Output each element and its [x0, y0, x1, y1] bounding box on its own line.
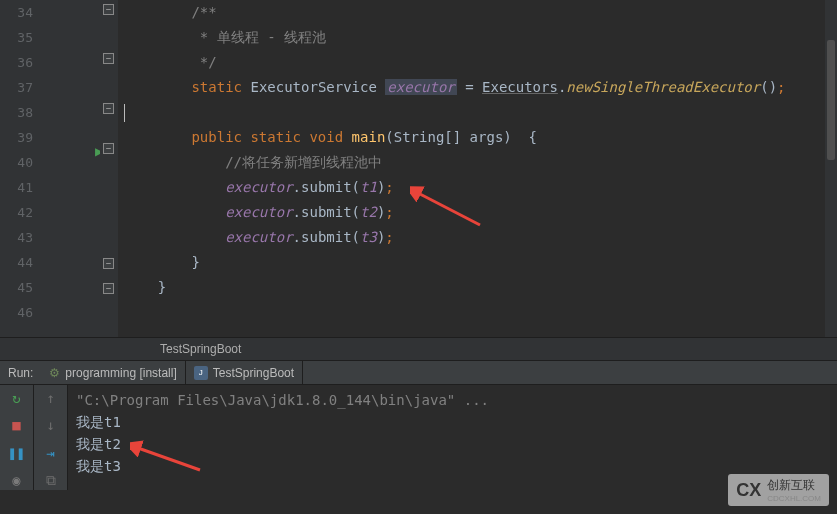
fold-marker-icon[interactable]: −	[103, 283, 114, 294]
fold-marker-icon[interactable]: −	[103, 4, 114, 15]
line-number: 42	[0, 200, 33, 225]
vertical-scrollbar[interactable]	[825, 0, 837, 337]
fold-marker-icon[interactable]: −	[103, 53, 114, 64]
code-line[interactable]: */	[124, 50, 837, 75]
line-number: 35	[0, 25, 33, 50]
pause-icon[interactable]: ❚❚	[6, 443, 28, 463]
line-number: 44	[0, 250, 33, 275]
breadcrumb-item[interactable]: TestSpringBoot	[160, 342, 241, 356]
scrollbar-thumb[interactable]	[827, 40, 835, 160]
code-line[interactable]: /**	[124, 0, 837, 25]
code-line[interactable]	[124, 100, 837, 125]
line-number: 45	[0, 275, 33, 300]
run-tool-header: Run: ⚙ programming [install] J TestSprin…	[0, 360, 837, 385]
editor-area: 34353637383940414243444546 ▶ −−−−−− /** …	[0, 0, 837, 337]
fold-marker-icon[interactable]: −	[103, 258, 114, 269]
code-editor[interactable]: /** * 单线程 - 线程池 */ static ExecutorServic…	[118, 0, 837, 337]
console-line: 我是t1	[76, 411, 829, 433]
code-line[interactable]: //将任务新增到线程池中	[124, 150, 837, 175]
stop-icon[interactable]: ■	[6, 416, 28, 436]
fold-column: −−−−−−	[100, 0, 118, 337]
watermark: CX 创新互联 CDCXHL.COM	[728, 474, 829, 506]
run-tab-label: programming [install]	[65, 366, 176, 380]
code-line[interactable]: * 单线程 - 线程池	[124, 25, 837, 50]
console-command: "C:\Program Files\Java\jdk1.8.0_144\bin\…	[76, 389, 829, 411]
console-line: 我是t3	[76, 455, 829, 477]
file-icon: J	[194, 366, 208, 380]
line-number: 41	[0, 175, 33, 200]
down-icon[interactable]: ↓	[40, 416, 62, 436]
code-line[interactable]	[124, 300, 837, 325]
rerun-icon[interactable]: ↻	[6, 388, 28, 408]
line-number-gutter: 34353637383940414243444546	[0, 0, 45, 337]
fold-marker-icon[interactable]: −	[103, 103, 114, 114]
line-number: 34	[0, 0, 33, 25]
layout-icon[interactable]: ⧉	[40, 471, 62, 491]
console-line: 我是t2	[76, 433, 829, 455]
fold-marker-icon[interactable]: −	[103, 143, 114, 154]
code-line[interactable]: }	[124, 275, 837, 300]
code-line[interactable]: executor.submit(t1);	[124, 175, 837, 200]
gutter-icons: ▶	[45, 0, 100, 337]
wrap-icon[interactable]: ⇥	[40, 443, 62, 463]
code-line[interactable]: public static void main(String[] args) {	[124, 125, 837, 150]
line-number: 39	[0, 125, 33, 150]
console-output[interactable]: "C:\Program Files\Java\jdk1.8.0_144\bin\…	[68, 385, 837, 490]
up-icon[interactable]: ↑	[40, 388, 62, 408]
console-area: ↻■❚❚◉ ↑↓⇥⧉ "C:\Program Files\Java\jdk1.8…	[0, 385, 837, 490]
breadcrumb-bar: TestSpringBoot	[0, 337, 837, 360]
console-toolbar-secondary: ↑↓⇥⧉	[34, 385, 68, 490]
run-tab-testspringboot[interactable]: J TestSpringBoot	[186, 361, 303, 384]
line-number: 46	[0, 300, 33, 325]
line-number: 40	[0, 150, 33, 175]
watermark-logo: CX	[736, 480, 761, 501]
code-line[interactable]: static ExecutorService executor = Execut…	[124, 75, 837, 100]
camera-icon[interactable]: ◉	[6, 471, 28, 491]
gear-icon: ⚙	[49, 366, 60, 380]
code-line[interactable]: executor.submit(t2);	[124, 200, 837, 225]
watermark-url: CDCXHL.COM	[767, 494, 821, 503]
line-number: 36	[0, 50, 33, 75]
run-tab-programming[interactable]: ⚙ programming [install]	[41, 361, 185, 384]
run-label: Run:	[0, 366, 41, 380]
code-line[interactable]: executor.submit(t3);	[124, 225, 837, 250]
line-number: 37	[0, 75, 33, 100]
code-line[interactable]: }	[124, 250, 837, 275]
watermark-text: 创新互联	[767, 477, 821, 494]
console-toolbar-primary: ↻■❚❚◉	[0, 385, 34, 490]
line-number: 38	[0, 100, 33, 125]
run-tab-label: TestSpringBoot	[213, 366, 294, 380]
line-number: 43	[0, 225, 33, 250]
